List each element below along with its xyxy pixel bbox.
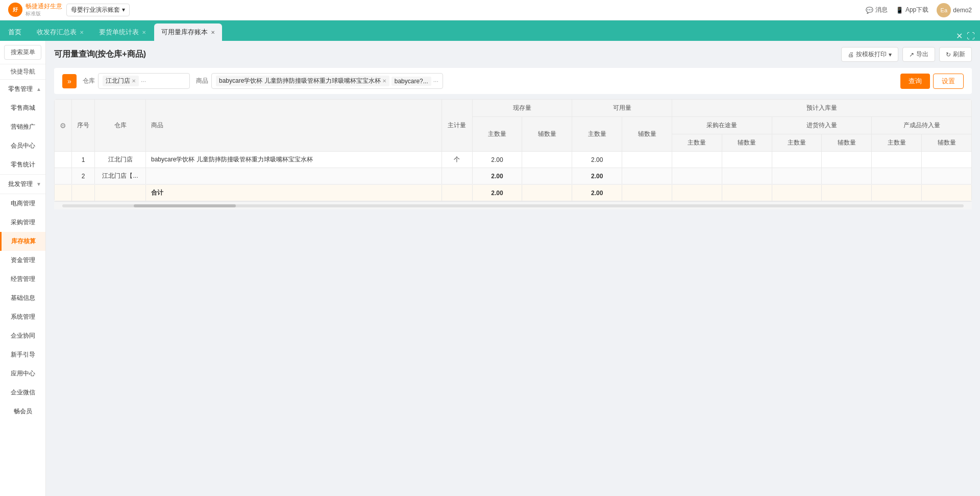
sidebar-item-new-guide-label: 新手引导 bbox=[4, 350, 41, 359]
sidebar-item-enterprise-collab[interactable]: 企业协同 bbox=[0, 326, 45, 345]
th-product: 商品 bbox=[146, 100, 442, 152]
sidebar-item-ecommerce[interactable]: 电商管理 bbox=[0, 194, 45, 213]
gear-icon[interactable]: ⚙ bbox=[60, 122, 66, 130]
table-footer: 合计 2.00 2.00 bbox=[55, 184, 972, 201]
warehouse-filter-input[interactable]: 江北门店 ✕ ··· bbox=[98, 73, 190, 89]
th-unit: 主计量 bbox=[442, 100, 472, 152]
sidebar-item-system-label: 系统管理 bbox=[4, 313, 41, 321]
page-actions: 🖨 按模板打印 ▾ ↗ 导出 ↻ 刷新 bbox=[841, 47, 972, 62]
warehouse-filter-group: 仓库 江北门店 ✕ ··· bbox=[83, 73, 190, 89]
footer-product-main bbox=[872, 184, 922, 201]
footer-current-aux bbox=[522, 184, 572, 201]
warehouse-tag-close[interactable]: ✕ bbox=[132, 78, 136, 84]
row1-warehouse: 江北门店 bbox=[95, 152, 146, 168]
sidebar-item-app-center[interactable]: 应用中心 bbox=[0, 364, 45, 383]
sidebar-item-retail-stats[interactable]: 零售统计 bbox=[0, 155, 45, 174]
sidebar-item-member[interactable]: 会员中心 bbox=[0, 136, 45, 155]
footer-warehouse bbox=[95, 184, 146, 201]
user-name: demo2 bbox=[953, 7, 972, 14]
warehouse-filter-more[interactable]: ··· bbox=[141, 78, 146, 85]
th-current-aux: 辅数量 bbox=[522, 117, 572, 152]
tab-available-stock-label: 可用量库存账本 bbox=[161, 28, 208, 37]
product-filter-more[interactable]: ··· bbox=[433, 78, 438, 85]
tenant-selector[interactable]: 母婴行业演示账套 ▾ bbox=[66, 4, 130, 16]
row1-available-aux bbox=[622, 152, 672, 168]
warehouse-filter-label: 仓库 bbox=[83, 77, 95, 85]
tab-order-stats[interactable]: 要货单统计表 ✕ bbox=[92, 23, 153, 41]
tab-bar-right: ✕ ⛶ bbox=[956, 31, 980, 41]
th-incoming-aux: 辅数量 bbox=[822, 134, 872, 152]
sidebar-item-retail-stats-label: 零售统计 bbox=[4, 160, 41, 169]
avatar: Ea bbox=[937, 3, 951, 17]
tab-order-stats-close[interactable]: ✕ bbox=[142, 30, 146, 35]
product-tag2-text: babycare?... bbox=[395, 78, 428, 85]
tab-close-all-icon[interactable]: ✕ bbox=[956, 31, 963, 41]
row2-current-main: 2.00 bbox=[472, 168, 522, 185]
sidebar-item-business-label: 经营管理 bbox=[4, 275, 41, 284]
sidebar-item-marketing[interactable]: 营销推广 bbox=[0, 117, 45, 136]
sidebar-item-new-guide[interactable]: 新手引导 bbox=[0, 345, 45, 364]
tenant-dropdown-icon: ▾ bbox=[122, 6, 125, 13]
sidebar-item-wholesale[interactable]: 批发管理 ▼ bbox=[0, 175, 45, 194]
row2-product-aux bbox=[922, 168, 972, 185]
data-table: ⚙ 序号 仓库 商品 主计量 现存量 可用量 预计入库量 主数量 bbox=[54, 99, 972, 201]
product-filter-group: 商品 babycare学饮杯 儿童防摔防撞吸管杯重力球吸嘴杯宝宝水杯 ✕ bab… bbox=[196, 73, 443, 89]
row2-product-main bbox=[872, 168, 922, 185]
warehouse-tag: 江北门店 ✕ bbox=[103, 76, 139, 86]
tab-receive-send-close[interactable]: ✕ bbox=[80, 30, 84, 35]
tab-available-stock-close[interactable]: ✕ bbox=[211, 30, 215, 35]
refresh-btn[interactable]: ↻ 刷新 bbox=[939, 47, 972, 62]
sidebar-item-retail-mgmt[interactable]: 零售管理 ▲ bbox=[0, 80, 45, 99]
product-filter-input[interactable]: babycare学饮杯 儿童防摔防撞吸管杯重力球吸嘴杯宝宝水杯 ✕ babyca… bbox=[211, 73, 443, 89]
sidebar-item-system[interactable]: 系统管理 bbox=[0, 308, 45, 326]
page-header: 可用量查询(按仓库+商品) 🖨 按模板打印 ▾ ↗ 导出 ↻ 刷新 bbox=[54, 47, 972, 62]
export-btn[interactable]: ↗ 导出 bbox=[902, 47, 935, 62]
tab-home[interactable]: 首页 bbox=[1, 23, 29, 41]
top-bar: 好 畅捷通好生意 标准版 母婴行业演示账套 ▾ 💬 消息 📱 App下载 Ea … bbox=[0, 0, 980, 20]
footer-incoming-main bbox=[772, 184, 822, 201]
filter-toggle-btn[interactable]: » bbox=[62, 74, 77, 88]
query-btn[interactable]: 查询 bbox=[900, 74, 930, 89]
sidebar-item-purchase[interactable]: 采购管理 bbox=[0, 213, 45, 232]
sidebar-item-business[interactable]: 经营管理 bbox=[0, 270, 45, 289]
print-btn[interactable]: 🖨 按模板打印 ▾ bbox=[841, 47, 898, 62]
footer-setting bbox=[55, 184, 72, 201]
tab-expand-icon[interactable]: ⛶ bbox=[967, 32, 975, 41]
th-available-aux: 辅数量 bbox=[622, 117, 672, 152]
row2-incoming-main bbox=[772, 168, 822, 185]
scroll-thumb[interactable] bbox=[134, 204, 236, 207]
search-menu-btn[interactable]: 搜索菜单 bbox=[4, 45, 41, 60]
sidebar-item-finance[interactable]: 资金管理 bbox=[0, 251, 45, 270]
filter-actions: 查询 设置 bbox=[900, 74, 964, 89]
sidebar-item-retail-mall[interactable]: 零售商城 bbox=[0, 99, 45, 117]
row1-num: 1 bbox=[72, 152, 95, 168]
sidebar-item-enterprise-wechat[interactable]: 企业微信 bbox=[0, 383, 45, 402]
tab-available-stock[interactable]: 可用量库存账本 ✕ bbox=[154, 23, 222, 41]
sidebar-item-vip[interactable]: 畅会员 bbox=[0, 402, 45, 421]
sidebar-item-basic-info-label: 基础信息 bbox=[4, 294, 41, 302]
row2-warehouse: 江北门店【... bbox=[95, 168, 146, 185]
logo-sub: 标准版 bbox=[26, 10, 62, 17]
tab-receive-send[interactable]: 收发存汇总表 ✕ bbox=[30, 23, 91, 41]
product-tag1-close[interactable]: ✕ bbox=[382, 78, 386, 84]
sidebar-item-basic-info[interactable]: 基础信息 bbox=[0, 289, 45, 308]
quick-nav-btn[interactable]: 快捷导航 bbox=[0, 64, 45, 80]
user-area[interactable]: Ea demo2 bbox=[937, 3, 972, 17]
sidebar-section-retail: 零售管理 ▲ 零售商城 营销推广 会员中心 零售统计 bbox=[0, 80, 45, 175]
sidebar-item-inventory[interactable]: 库存核算 bbox=[0, 232, 45, 251]
app-download-btn[interactable]: 📱 App下载 bbox=[896, 6, 928, 14]
footer-purchase-main bbox=[672, 184, 722, 201]
print-label: 按模板打印 bbox=[856, 50, 887, 59]
row1-incoming-aux bbox=[822, 152, 872, 168]
th-purchase-transit: 采购在途量 bbox=[672, 117, 772, 134]
filter-bar: » 仓库 江北门店 ✕ ··· 商品 babycare bbox=[54, 68, 972, 94]
row2-product bbox=[146, 168, 442, 185]
setting-btn[interactable]: 设置 bbox=[933, 74, 964, 89]
messages-btn[interactable]: 💬 消息 bbox=[866, 6, 888, 14]
app-icon: 📱 bbox=[896, 7, 903, 14]
footer-available-main: 2.00 bbox=[572, 184, 622, 201]
row1-product-main bbox=[872, 152, 922, 168]
scroll-track[interactable] bbox=[62, 204, 964, 207]
sidebar-item-enterprise-collab-label: 企业协同 bbox=[4, 332, 41, 340]
tab-home-label: 首页 bbox=[8, 28, 21, 37]
